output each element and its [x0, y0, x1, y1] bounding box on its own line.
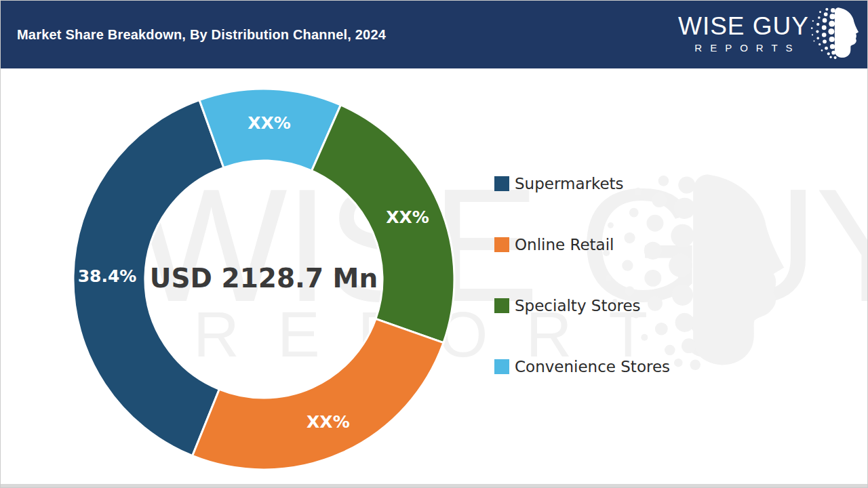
legend-item-supermarkets: Supermarkets — [494, 174, 670, 193]
legend-label: Online Retail — [515, 236, 614, 253]
legend-swatch-convenience-stores — [494, 359, 509, 374]
logo-wordmark: WISE GUY — [678, 13, 809, 41]
logo-head-icon — [806, 3, 862, 63]
logo-subtitle: REPORTS — [694, 42, 800, 54]
legend-swatch-supermarkets — [494, 176, 509, 191]
logo-text: WISE GUY REPORTS — [678, 13, 809, 54]
bottom-bar — [1, 484, 867, 487]
donut-segment-specialty-stores — [312, 105, 454, 343]
legend-swatch-specialty-stores — [494, 298, 509, 313]
legend: Supermarkets Online Retail Specialty Sto… — [494, 174, 670, 418]
legend-label: Specialty Stores — [515, 297, 641, 314]
wiseguy-logo: WISE GUY REPORTS — [678, 3, 862, 63]
donut-chart: 38.4%XX%XX%XX% USD 2128.7 Mn — [20, 66, 508, 488]
legend-label: Convenience Stores — [515, 358, 670, 375]
legend-item-convenience-stores: Convenience Stores — [494, 357, 670, 376]
donut-segment-online-retail — [193, 319, 443, 470]
legend-item-online-retail: Online Retail — [494, 235, 670, 254]
legend-label: Supermarkets — [515, 175, 624, 192]
legend-swatch-online-retail — [494, 237, 509, 252]
donut-segment-label-convenience-stores: XX% — [248, 113, 291, 133]
donut-segment-label-online-retail: XX% — [307, 412, 350, 432]
donut-segment-label-supermarkets: 38.4% — [78, 266, 137, 286]
donut-center-value: USD 2128.7 Mn — [150, 263, 378, 293]
donut-segment-label-specialty-stores: XX% — [386, 207, 429, 227]
report-canvas: Market Share Breakdown, By Distribution … — [0, 0, 868, 488]
legend-item-specialty-stores: Specialty Stores — [494, 296, 670, 315]
report-title: Market Share Breakdown, By Distribution … — [1, 27, 386, 43]
report-header: Market Share Breakdown, By Distribution … — [1, 1, 868, 68]
